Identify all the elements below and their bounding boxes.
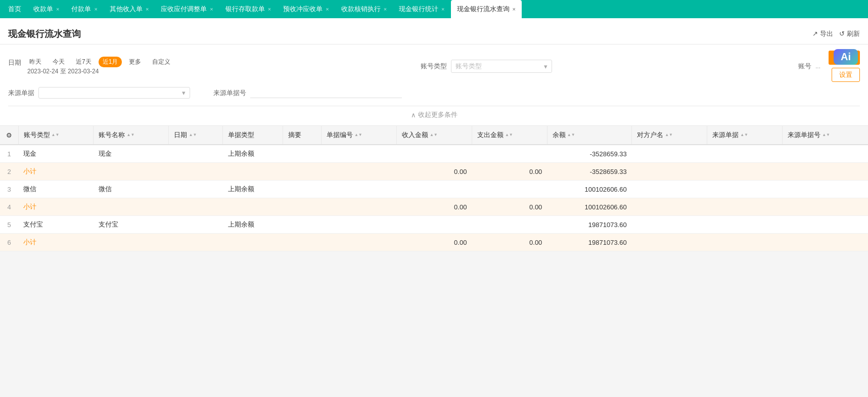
settings-button[interactable]: 设置 <box>832 68 860 82</box>
th-counterpart[interactable]: 对方户名 ▲▼ <box>632 126 707 145</box>
td-account-type: 小计 <box>18 163 94 181</box>
td-row-num: 1 <box>0 145 18 163</box>
date-opt-yesterday[interactable]: 昨天 <box>25 57 45 67</box>
account-type-select[interactable]: 账号类型 ▾ <box>451 60 552 73</box>
td-income <box>396 216 472 234</box>
th-balance[interactable]: 余额 ▲▼ <box>547 126 631 145</box>
th-account-name[interactable]: 账号名称 ▲▼ <box>94 126 169 145</box>
td-doc-type <box>223 234 283 251</box>
sort-icon: ▲▼ <box>52 133 60 137</box>
td-doc-no <box>321 181 396 198</box>
th-expense[interactable]: 支出金额 ▲▼ <box>472 126 547 145</box>
nav-item-adjustment[interactable]: 应收应付调整单 × <box>155 0 219 18</box>
close-icon[interactable]: × <box>146 6 149 12</box>
date-range-display: 2023-02-24 至 2023-03-24 <box>27 67 174 76</box>
date-opt-today[interactable]: 今天 <box>49 57 69 67</box>
refresh-button[interactable]: ↺ 刷新 <box>839 29 860 38</box>
td-counterpart <box>632 216 707 234</box>
close-icon[interactable]: × <box>94 6 97 12</box>
sort-icon: ▲▼ <box>189 133 197 137</box>
td-summary <box>283 181 321 198</box>
td-date <box>169 145 223 163</box>
date-options-group: 昨天 今天 近7天 近1月 更多 自定义 2023-02-24 至 2023-0… <box>25 57 174 76</box>
nav-item-other-income[interactable]: 其他收入单 × <box>104 0 155 18</box>
td-source-doc <box>707 216 783 234</box>
close-icon[interactable]: × <box>513 6 516 12</box>
th-income[interactable]: 收入金额 ▲▼ <box>396 126 472 145</box>
td-counterpart <box>632 145 707 163</box>
account-type-filter: 账号类型 账号类型 ▾ <box>421 60 552 73</box>
td-summary <box>283 198 321 216</box>
th-source-doc[interactable]: 来源单据 ▲▼ <box>707 126 783 145</box>
nav-item-bank-stats[interactable]: 现金银行统计 × <box>393 0 450 18</box>
td-income: 0.00 <box>396 234 472 251</box>
filter-bar: 日期 昨天 今天 近7天 近1月 更多 自定义 2023-02-24 至 202… <box>0 45 868 126</box>
source-doc-select[interactable]: ▾ <box>38 87 190 99</box>
nav-item-bank-flow[interactable]: 现金银行流水查询 × <box>451 0 522 18</box>
td-row-num: 6 <box>0 234 18 251</box>
source-doc-num-filter: 来源单据号 <box>213 88 402 98</box>
table-row: 6小计0.000.0019871073.60 <box>0 234 868 251</box>
nav-item-writeoff[interactable]: 收款核销执行 × <box>335 0 393 18</box>
nav-item-home[interactable]: 首页 <box>2 0 27 18</box>
sort-icon: ▲▼ <box>505 133 513 137</box>
th-doc-no[interactable]: 单据编号 ▲▼ <box>321 126 396 145</box>
td-balance: 100102606.60 <box>547 181 631 198</box>
td-source-doc <box>707 234 783 251</box>
table-row: 2小计0.000.00-3528659.33 <box>0 163 868 181</box>
table-row: 3微信微信上期余额100102606.60 <box>0 181 868 198</box>
td-row-num: 3 <box>0 181 18 198</box>
date-opt-1month[interactable]: 近1月 <box>99 57 122 67</box>
td-doc-type <box>223 163 283 181</box>
td-expense <box>472 145 547 163</box>
td-doc-type <box>223 198 283 216</box>
td-summary <box>283 163 321 181</box>
th-source-doc-no[interactable]: 来源单据号 ▲▼ <box>783 126 868 145</box>
filter-row-1: 日期 昨天 今天 近7天 近1月 更多 自定义 2023-02-24 至 202… <box>8 51 860 82</box>
td-source-doc <box>707 198 783 216</box>
close-icon[interactable]: × <box>384 6 387 12</box>
td-income: 0.00 <box>396 163 472 181</box>
source-doc-num-label: 来源单据号 <box>213 89 246 98</box>
td-doc-type: 上期余额 <box>223 181 283 198</box>
close-icon[interactable]: × <box>210 6 213 12</box>
export-button[interactable]: ↗ 导出 <box>812 29 833 38</box>
th-account-type[interactable]: 账号类型 ▲▼ <box>18 126 94 145</box>
td-account-type: 支付宝 <box>18 216 94 234</box>
source-doc-num-input[interactable] <box>250 88 402 98</box>
collapse-button[interactable]: ∧ 收起更多条件 <box>8 106 860 119</box>
td-doc-no <box>321 163 396 181</box>
date-opt-custom[interactable]: 自定义 <box>148 57 174 67</box>
td-doc-no <box>321 234 396 251</box>
td-row-num: 5 <box>0 216 18 234</box>
date-opt-7days[interactable]: 近7天 <box>72 57 96 67</box>
th-summary: 摘要 <box>283 126 321 145</box>
sort-icon: ▲▼ <box>740 133 748 137</box>
td-doc-type: 上期余额 <box>223 216 283 234</box>
sort-icon: ▲▼ <box>665 133 673 137</box>
nav-item-receipt[interactable]: 收款单 × <box>27 0 65 18</box>
td-doc-no <box>321 216 396 234</box>
ai-badge[interactable]: Ai <box>834 49 858 65</box>
th-gear[interactable]: ⚙ <box>0 126 18 145</box>
td-account-type: 小计 <box>18 198 94 216</box>
nav-item-bank-deposit[interactable]: 银行存取款单 × <box>219 0 277 18</box>
collapse-bar: ∧ 收起更多条件 <box>8 104 860 119</box>
nav-item-prepay[interactable]: 预收冲应收单 × <box>277 0 335 18</box>
td-balance: 19871073.60 <box>547 234 631 251</box>
td-income: 0.00 <box>396 198 472 216</box>
close-icon[interactable]: × <box>56 6 59 12</box>
nav-item-payment[interactable]: 付款单 × <box>65 0 103 18</box>
account-filter: 账号 ... <box>798 62 820 71</box>
close-icon[interactable]: × <box>441 6 444 12</box>
chevron-down-icon-2: ▾ <box>182 89 186 97</box>
date-opt-more[interactable]: 更多 <box>125 57 145 67</box>
close-icon[interactable]: × <box>326 6 329 12</box>
td-date <box>169 198 223 216</box>
table-row: 1现金现金上期余额-3528659.33 <box>0 145 868 163</box>
th-date[interactable]: 日期 ▲▼ <box>169 126 223 145</box>
td-account-name: 现金 <box>94 145 169 163</box>
td-expense: 0.00 <box>472 163 547 181</box>
close-icon[interactable]: × <box>268 6 271 12</box>
account-more-btn[interactable]: ... <box>815 63 820 70</box>
